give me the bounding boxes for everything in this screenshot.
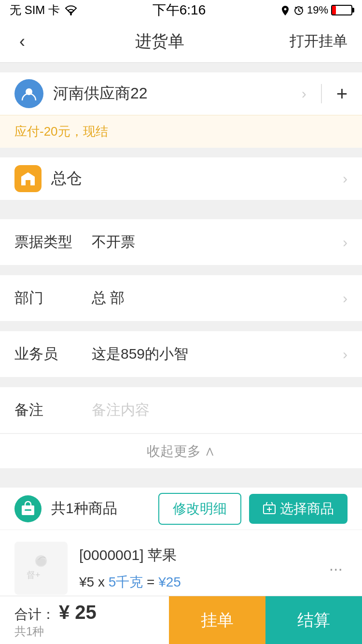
dept-value: 总 部	[82, 288, 343, 308]
hold-button[interactable]: 挂单	[169, 596, 265, 644]
supplier-card: 河南供应商22 › + 应付-20元，现结	[0, 72, 362, 148]
product-thumbnail: 督+	[14, 542, 68, 595]
separator-6	[0, 378, 362, 387]
invoice-label: 票据类型	[14, 232, 82, 252]
collapse-toggle[interactable]: 收起更多 ∧	[0, 434, 362, 468]
product-qty: 5千克	[109, 574, 143, 589]
separator-3	[0, 210, 362, 219]
products-header: 共1种商品 修改明细 选择商品	[0, 488, 362, 530]
products-section: 共1种商品 修改明细 选择商品 督+	[0, 488, 362, 607]
svg-point-10	[36, 558, 46, 566]
dept-row[interactable]: 部门 总 部 ›	[0, 275, 362, 322]
supplier-avatar	[14, 79, 43, 108]
invoice-arrow-icon: ›	[343, 234, 348, 251]
invoice-row[interactable]: 票据类型 不开票 ›	[0, 219, 362, 266]
separator-7	[0, 468, 362, 478]
supplier-row[interactable]: 河南供应商22 › +	[0, 72, 362, 115]
supplier-arrow-icon: ›	[302, 85, 306, 102]
staff-row[interactable]: 业务员 这是859的小智 ›	[0, 331, 362, 378]
staff-value: 这是859的小智	[82, 344, 343, 364]
separator-5	[0, 322, 362, 331]
back-button[interactable]: ‹	[14, 27, 30, 56]
product-name: [0000001] 苹果	[79, 546, 324, 565]
svg-point-0	[70, 14, 72, 15]
form-section: 票据类型 不开票 › 部门 总 部 › 业务员 这是859的小智 › 备注 备注…	[0, 210, 362, 468]
remark-input[interactable]: 备注内容	[82, 400, 348, 420]
alarm-icon	[293, 5, 304, 15]
total-amount: ¥ 25	[59, 602, 97, 623]
add-supplier-button[interactable]: +	[336, 83, 348, 105]
svg-rect-3	[26, 180, 30, 185]
warehouse-card: 总仓 ›	[0, 157, 362, 200]
separator-1	[0, 63, 362, 72]
warehouse-row[interactable]: 总仓 ›	[0, 157, 362, 200]
svg-rect-5	[25, 509, 31, 511]
warehouse-icon	[14, 165, 42, 192]
checkout-button[interactable]: 结算	[265, 596, 362, 644]
staff-label: 业务员	[14, 344, 82, 364]
total-count: 共1种	[14, 624, 154, 639]
total-label: 合计：	[14, 605, 55, 624]
remark-label: 备注	[14, 400, 82, 420]
product-title: 苹果	[148, 547, 177, 563]
total-line: 合计： ¥ 25	[14, 602, 154, 624]
select-product-label: 选择商品	[280, 500, 334, 518]
remark-row[interactable]: 备注 备注内容	[0, 387, 362, 434]
battery-percent: 19%	[307, 4, 328, 16]
separator-2	[0, 148, 362, 157]
separator-4	[0, 266, 362, 275]
svg-text:督+: 督+	[27, 570, 41, 580]
staff-arrow-icon: ›	[343, 346, 348, 363]
battery-icon	[331, 5, 352, 15]
status-carrier: 无 SIM 卡	[10, 2, 78, 18]
status-right: 19%	[280, 4, 352, 16]
product-total: ¥25	[158, 574, 181, 589]
supplier-name: 河南供应商22	[53, 83, 302, 104]
product-info: [0000001] 苹果 ¥5 x 5千克 = ¥25	[79, 546, 324, 591]
dept-label: 部门	[14, 288, 82, 308]
dept-arrow-icon: ›	[343, 290, 348, 307]
notice-text: 应付-20元，现结	[14, 124, 108, 139]
status-bar: 无 SIM 卡 下午6:16 19%	[0, 0, 362, 20]
location-icon	[280, 5, 291, 15]
product-code: [0000001]	[79, 547, 148, 563]
product-more-button[interactable]: ···	[324, 554, 348, 583]
products-icon	[14, 495, 42, 522]
carrier-text: 无 SIM 卡	[10, 2, 60, 18]
product-price: ¥5 x	[79, 574, 109, 589]
bottom-bar: 合计： ¥ 25 共1种 挂单 结算	[0, 596, 362, 644]
page-title: 进货单	[135, 30, 184, 53]
status-time: 下午6:16	[153, 1, 206, 19]
nav-bar: ‹ 进货单 打开挂单	[0, 20, 362, 63]
product-equals: =	[147, 574, 158, 589]
select-product-button[interactable]: 选择商品	[249, 494, 348, 524]
open-hold-button[interactable]: 打开挂单	[290, 31, 348, 51]
supplier-divider	[321, 84, 322, 103]
modify-detail-button[interactable]: 修改明细	[158, 493, 241, 525]
products-count: 共1种商品	[51, 499, 158, 518]
wifi-icon	[64, 5, 78, 15]
product-calc: ¥5 x 5千克 = ¥25	[79, 573, 324, 591]
invoice-value: 不开票	[82, 232, 343, 252]
warehouse-arrow-icon: ›	[343, 170, 348, 187]
notice-bar: 应付-20元，现结	[0, 115, 362, 148]
total-section: 合计： ¥ 25 共1种	[0, 596, 169, 644]
warehouse-name: 总仓	[51, 168, 343, 189]
